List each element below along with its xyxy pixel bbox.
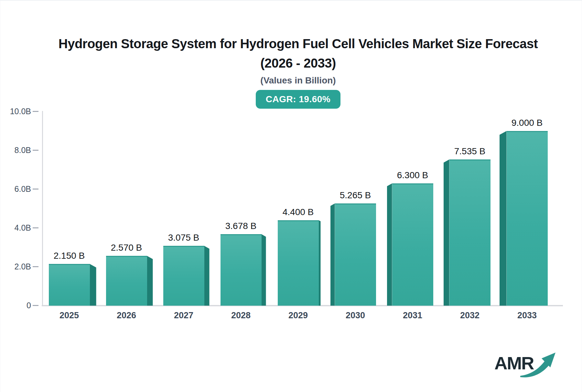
y-axis-line	[42, 111, 43, 306]
y-tick-label: 2.0B	[0, 262, 31, 271]
x-axis-label-2026: 2026	[97, 310, 156, 321]
bar-2032	[449, 159, 490, 306]
bar-side-face-2028	[262, 234, 266, 306]
bar-2030	[335, 203, 376, 306]
bar-2031	[392, 183, 433, 306]
bar-value-label: 6.300 B	[377, 170, 448, 180]
bar-2029	[278, 220, 319, 306]
x-axis-label-2029: 2029	[269, 310, 327, 321]
amr-logo: AMR	[494, 353, 556, 383]
bar-side-face-2033	[500, 131, 507, 306]
x-axis-label-2033: 2033	[498, 310, 556, 321]
y-tick-mark	[33, 305, 38, 306]
bar-2025	[49, 264, 90, 306]
y-tick-mark	[33, 266, 38, 267]
logo-arrow-icon	[518, 349, 558, 381]
bar-side-face-2026	[147, 256, 153, 306]
bar-value-label: 3.075 B	[148, 233, 219, 243]
bar-value-label: 3.678 B	[205, 221, 276, 231]
y-tick-label: 0	[0, 301, 31, 310]
bar-side-face-2030	[330, 203, 335, 306]
x-axis-label-2031: 2031	[383, 310, 442, 321]
bar-chart-plot-area: 02.0B4.0B6.0B8.0B10.0B2.150 B20252.570 B…	[0, 1, 582, 392]
bar-value-label: 9.000 B	[491, 118, 563, 128]
y-tick-mark	[33, 150, 38, 151]
y-tick-mark	[33, 111, 38, 112]
bar-side-face-2031	[387, 183, 392, 306]
x-axis-label-2027: 2027	[155, 310, 213, 321]
y-tick-label: 4.0B	[0, 223, 31, 233]
bar-side-face-2029	[319, 220, 321, 306]
y-tick-mark	[33, 227, 38, 228]
bar-2027	[163, 246, 204, 306]
x-axis-label-2032: 2032	[441, 310, 499, 321]
bar-2026	[106, 256, 147, 306]
bar-side-face-2027	[204, 246, 210, 306]
bar-2028	[221, 234, 262, 306]
bar-side-face-2025	[90, 264, 96, 306]
x-axis-label-2030: 2030	[326, 310, 384, 321]
x-axis-label-2028: 2028	[212, 310, 270, 321]
bar-2033	[507, 131, 548, 306]
y-tick-label: 8.0B	[0, 146, 31, 155]
bar-value-label: 7.535 B	[434, 146, 505, 157]
chart-card: Hydrogen Storage System for Hydrogen Fue…	[0, 0, 582, 392]
bar-side-face-2032	[444, 159, 449, 306]
y-tick-label: 6.0B	[0, 184, 31, 194]
bar-value-label: 4.400 B	[263, 207, 334, 217]
y-tick-label: 10.0B	[0, 107, 31, 116]
y-tick-mark	[33, 189, 38, 190]
bar-value-label: 2.570 B	[91, 243, 162, 253]
bar-value-label: 5.265 B	[320, 190, 391, 201]
x-axis-label-2025: 2025	[40, 310, 98, 321]
